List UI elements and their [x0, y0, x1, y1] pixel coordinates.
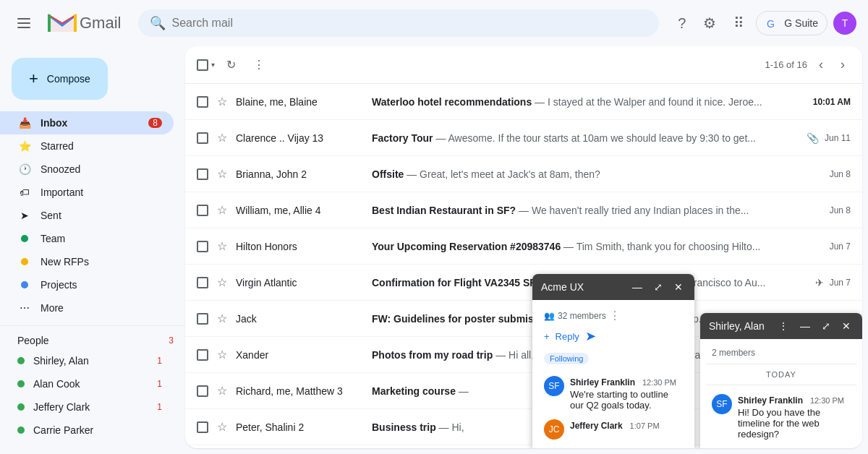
email-date: 10:01 AM — [813, 97, 851, 107]
row-checkbox[interactable] — [197, 205, 208, 216]
sidebar-item-projects[interactable]: Projects — [0, 273, 174, 296]
row-checkbox[interactable] — [197, 277, 208, 288]
row-checkbox[interactable] — [197, 385, 208, 397]
sidebar-item-rfps[interactable]: New RFPs — [0, 250, 174, 273]
sidebar-person[interactable]: Jeffery Clark 1 — [0, 395, 174, 419]
settings-button[interactable]: ⚙ — [697, 9, 722, 38]
email-meta: 10:01 AM — [813, 97, 851, 107]
shirley-more-button[interactable]: ⋮ — [775, 319, 791, 333]
snooze-icon: 🕐 — [17, 163, 32, 175]
sidebar-item-snoozed[interactable]: 🕐 Snoozed — [0, 158, 174, 181]
email-subject: Business trip — [372, 421, 436, 433]
email-row[interactable]: ☆ Clarence .. Vijay 13 Factory Tour — Aw… — [185, 120, 862, 156]
star-icon[interactable]: ☆ — [217, 384, 227, 398]
search-bar[interactable]: 🔍 — [138, 9, 659, 37]
projects-label-icon — [17, 281, 32, 288]
row-checkbox[interactable] — [197, 241, 208, 252]
person-name: Jeffery Clark — [33, 401, 148, 413]
acme-expand-button[interactable]: ⤢ — [651, 280, 665, 294]
email-meta: Jun 8 — [830, 205, 851, 215]
star-icon[interactable]: ☆ — [217, 420, 227, 434]
acme-chat-body: 👥 32 members ⋮ + Reply ➤ Following — [532, 300, 694, 448]
row-checkbox[interactable] — [197, 349, 208, 361]
star-icon[interactable]: ☆ — [217, 95, 227, 108]
shirley-alan-chat: Shirley, Alan ⋮ — ⤢ ✕ 2 members TODAY SF — [700, 313, 862, 448]
email-row[interactable]: ☆ Blaine, me, Blaine Waterloo hotel reco… — [185, 84, 862, 120]
email-subject: Your Upcoming Reservation #20983746 — [372, 241, 561, 252]
next-page-button[interactable]: › — [835, 54, 851, 75]
email-meta: Jun 8 — [830, 169, 851, 179]
search-icon: 🔍 — [150, 15, 166, 31]
msg-sender-2: Jeffery Clark — [570, 421, 623, 431]
star-icon[interactable]: ☆ — [217, 131, 227, 145]
prev-page-button[interactable]: ‹ — [813, 54, 829, 75]
person-count: 1 — [157, 379, 162, 389]
star-icon[interactable]: ☆ — [217, 275, 227, 289]
avatar[interactable]: T — [833, 12, 856, 35]
email-list: ▾ ↻ ⋮ 1-16 of 16 ‹ › ☆ Blaine, me, Blain… — [185, 46, 862, 448]
person-count: 1 — [157, 356, 162, 366]
checkbox-dropdown[interactable]: ▾ — [211, 61, 215, 69]
person-dot — [17, 403, 25, 411]
shirley-msg-text: Hi! Do you have the timeline for the web… — [738, 407, 851, 440]
following-badge[interactable]: Following — [544, 353, 589, 364]
email-subject-area: Factory Tour — Awesome. If the tour star… — [372, 132, 801, 144]
shirley-chat-header[interactable]: Shirley, Alan ⋮ — ⤢ ✕ — [700, 313, 862, 339]
star-icon[interactable]: ☆ — [217, 203, 227, 217]
sidebar-person[interactable]: Alan Cook 1 — [0, 372, 174, 395]
star-icon[interactable]: ☆ — [217, 239, 227, 253]
email-subject: Offsite — [372, 168, 404, 180]
person-dot — [17, 357, 25, 364]
select-all-checkbox[interactable] — [197, 59, 208, 71]
send-reply-icon[interactable]: ➤ — [585, 328, 596, 344]
hamburger-menu[interactable] — [12, 11, 36, 35]
shirley-avatar: SF — [544, 376, 564, 396]
email-row[interactable]: ☆ William, me, Allie 4 Best Indian Resta… — [185, 192, 862, 228]
compose-button[interactable]: + Compose — [12, 58, 108, 100]
row-checkbox[interactable] — [197, 132, 208, 144]
more-options-button[interactable]: ⋮ — [247, 52, 271, 77]
acme-more-button[interactable]: ⋮ — [609, 309, 621, 322]
sidebar-item-team[interactable]: Team — [0, 227, 174, 250]
row-checkbox[interactable] — [197, 421, 208, 433]
acme-close-button[interactable]: ✕ — [671, 280, 686, 294]
email-subject-area: Your Upcoming Reservation #20983746 — Ti… — [372, 241, 824, 252]
email-from: Richard, me, Matthew 3 — [236, 385, 366, 397]
star-icon[interactable]: ☆ — [217, 167, 227, 181]
email-from: Jack — [236, 313, 366, 325]
sidebar-item-important[interactable]: 🏷 Important — [0, 181, 174, 204]
svg-rect-1 — [17, 22, 30, 24]
acme-minimize-button[interactable]: — — [629, 280, 645, 294]
help-button[interactable]: ? — [672, 9, 692, 38]
shirley-minimize-button[interactable]: — — [797, 319, 813, 333]
person-dot — [17, 380, 25, 387]
gmail-text: Gmail — [80, 14, 121, 33]
gsuite-button[interactable]: G G Suite — [756, 11, 827, 35]
apps-button[interactable]: ⠿ — [728, 9, 750, 38]
row-checkbox[interactable] — [197, 168, 208, 180]
acme-ux-chat: Acme UX — ⤢ ✕ 👥 32 members ⋮ + R — [532, 274, 694, 448]
acme-chat-header[interactable]: Acme UX — ⤢ ✕ — [532, 274, 694, 300]
shirley-expand-button[interactable]: ⤢ — [819, 319, 833, 333]
email-row[interactable]: ☆ Brianna, John 2 Offsite — Great, let's… — [185, 156, 862, 192]
sidebar-person[interactable]: Shirley, Alan 1 — [0, 349, 174, 372]
email-row[interactable]: ☆ Hilton Honors Your Upcoming Reservatio… — [185, 228, 862, 265]
refresh-button[interactable]: ↻ — [221, 52, 242, 77]
email-snippet: — I stayed at the Walper and found it ni… — [535, 96, 762, 108]
sidebar-person[interactable]: Carrie Parker — [0, 419, 174, 442]
msg-text-1: We're starting to outline our Q2 goals t… — [570, 389, 683, 411]
sidebar-item-inbox[interactable]: 📥 Inbox 8 — [0, 111, 174, 134]
row-checkbox[interactable] — [197, 313, 208, 325]
email-date: Jun 8 — [830, 205, 851, 215]
email-from: Virgin Atlantic — [236, 277, 366, 288]
acme-reply-row[interactable]: + Reply ➤ — [538, 325, 689, 347]
star-icon[interactable]: ☆ — [217, 312, 227, 325]
search-input[interactable] — [171, 17, 647, 30]
sidebar-item-more[interactable]: ⋯ More — [0, 296, 174, 320]
person-name: Alan Cook — [33, 378, 148, 390]
star-icon[interactable]: ☆ — [217, 348, 227, 361]
sidebar-item-starred[interactable]: ⭐ Starred — [0, 134, 174, 158]
shirley-close-button[interactable]: ✕ — [839, 319, 854, 333]
row-checkbox[interactable] — [197, 96, 208, 108]
sidebar-item-sent[interactable]: ➤ Sent — [0, 204, 174, 227]
